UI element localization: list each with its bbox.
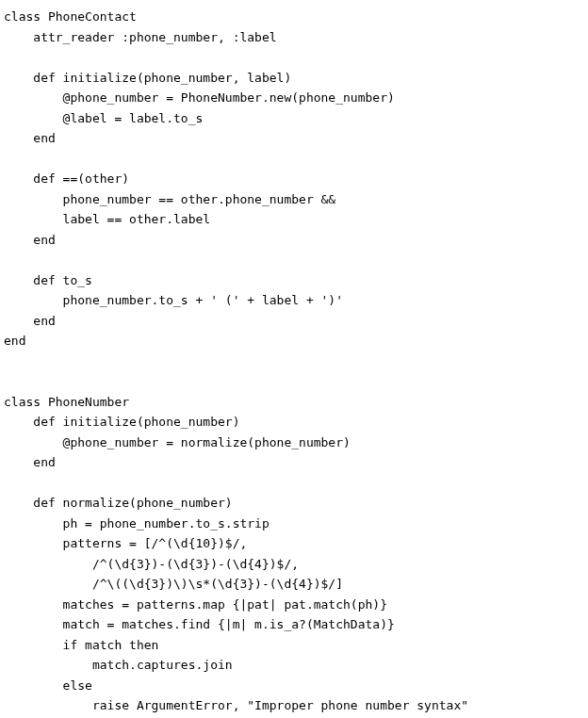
code-content: class PhoneContact attr_reader :phone_nu… xyxy=(4,9,468,718)
code-block: class PhoneContact attr_reader :phone_nu… xyxy=(0,0,588,718)
